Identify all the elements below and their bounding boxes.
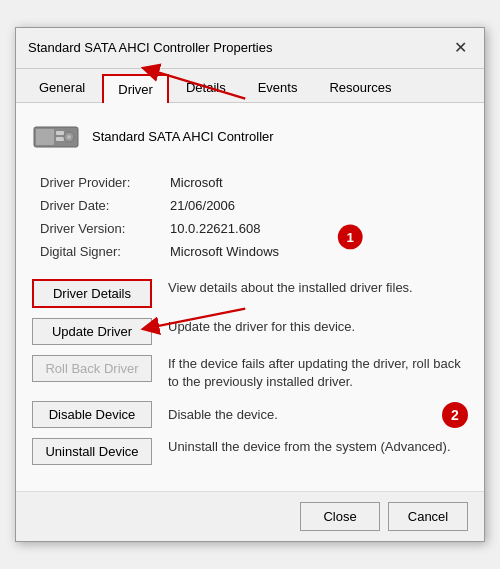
value-signer: Microsoft Windows — [170, 244, 279, 259]
driver-details-button[interactable]: Driver Details — [32, 279, 152, 308]
rollback-driver-button[interactable]: Roll Back Driver — [32, 355, 152, 382]
driver-buttons: Driver Details View details about the in… — [32, 279, 468, 475]
disable-device-button[interactable]: Disable Device — [32, 401, 152, 428]
svg-rect-1 — [36, 129, 54, 145]
title-bar: Standard SATA AHCI Controller Properties… — [16, 28, 484, 69]
tab-details[interactable]: Details — [171, 73, 241, 102]
label-version: Driver Version: — [40, 221, 170, 236]
properties-dialog: Standard SATA AHCI Controller Properties… — [15, 27, 485, 542]
dialog-footer: Close Cancel — [16, 491, 484, 541]
value-version: 10.0.22621.608 — [170, 221, 260, 236]
device-icon — [32, 119, 80, 155]
label-date: Driver Date: — [40, 198, 170, 213]
window-title: Standard SATA AHCI Controller Properties — [28, 40, 272, 55]
value-date: 21/06/2006 — [170, 198, 235, 213]
svg-rect-2 — [56, 131, 64, 135]
svg-point-5 — [67, 135, 71, 139]
device-header: Standard SATA AHCI Controller — [32, 119, 468, 155]
info-row-version: Driver Version: 10.0.22621.608 — [40, 221, 468, 236]
tab-driver[interactable]: Driver — [102, 74, 169, 103]
svg-rect-3 — [56, 137, 64, 141]
tab-events[interactable]: Events — [243, 73, 313, 102]
device-name: Standard SATA AHCI Controller — [92, 129, 274, 144]
driver-info: Driver Provider: Microsoft Driver Date: … — [32, 175, 468, 259]
update-driver-desc: Update the driver for this device. — [168, 318, 468, 336]
update-driver-row: Update Driver Update the driver for this… — [32, 318, 468, 345]
label-provider: Driver Provider: — [40, 175, 170, 190]
info-row-date: Driver Date: 21/06/2006 — [40, 198, 468, 213]
disable-device-desc: Disable the device. — [168, 406, 434, 424]
close-button[interactable]: ✕ — [448, 36, 472, 60]
info-row-signer: Digital Signer: Microsoft Windows — [40, 244, 468, 259]
rollback-driver-row: Roll Back Driver If the device fails aft… — [32, 355, 468, 391]
uninstall-device-row: Uninstall Device Uninstall the device fr… — [32, 438, 468, 465]
update-driver-button[interactable]: Update Driver — [32, 318, 152, 345]
tab-content: Standard SATA AHCI Controller Driver Pro… — [16, 103, 484, 491]
rollback-driver-desc: If the device fails after updating the d… — [168, 355, 468, 391]
disable-device-row: Disable Device Disable the device. 2 — [32, 401, 468, 428]
close-button-footer[interactable]: Close — [300, 502, 380, 531]
tab-resources[interactable]: Resources — [314, 73, 406, 102]
driver-details-row: Driver Details View details about the in… — [32, 279, 468, 308]
info-row-provider: Driver Provider: Microsoft — [40, 175, 468, 190]
value-provider: Microsoft — [170, 175, 223, 190]
uninstall-device-button[interactable]: Uninstall Device — [32, 438, 152, 465]
annotation-badge-2: 2 — [442, 402, 468, 428]
driver-details-desc: View details about the installed driver … — [168, 279, 468, 297]
label-signer: Digital Signer: — [40, 244, 170, 259]
uninstall-device-desc: Uninstall the device from the system (Ad… — [168, 438, 468, 456]
tab-bar: General Driver Details Events Resources — [16, 69, 484, 103]
cancel-button[interactable]: Cancel — [388, 502, 468, 531]
tab-general[interactable]: General — [24, 73, 100, 102]
